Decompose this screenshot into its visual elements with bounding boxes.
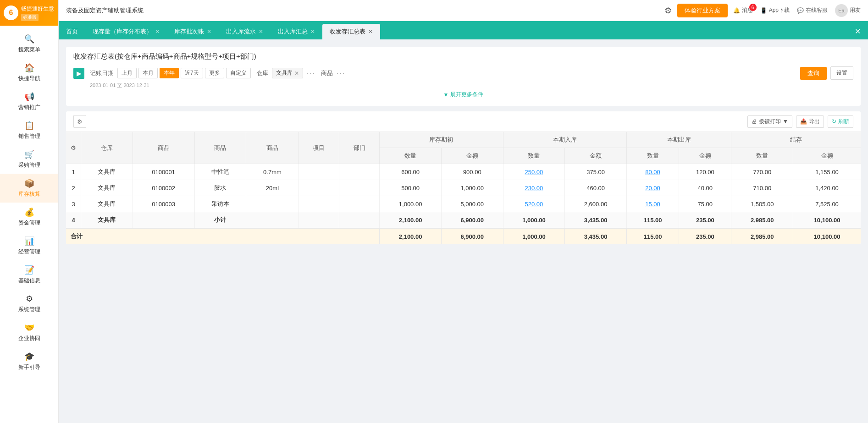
table-cell: 0.7mm (246, 164, 299, 180)
table-cell (299, 196, 339, 212)
tabbar-close-btn[interactable]: ✕ (847, 23, 868, 39)
table-row: 1文具库0100001中性笔0.7mm600.00900.00250.00375… (66, 164, 861, 180)
sidebar-item-purchase[interactable]: 🛒 采购管理 (0, 145, 58, 174)
table-cell: 710.00 (731, 180, 793, 196)
table-cell[interactable]: 230.00 (503, 180, 565, 196)
sidebar: 6 畅捷通好生意 标准版 🔍 搜索菜单🏠 快捷导航📢 营销推广📋 销售管理🛒 采… (0, 0, 59, 423)
col-spec-header: 商品 (246, 132, 299, 164)
col-out-qty-header: 数量 (626, 148, 679, 164)
col-in-qty-header: 数量 (503, 148, 565, 164)
tab-inout-summary[interactable]: 出入库汇总 ✕ (271, 24, 322, 39)
refresh-button[interactable]: ↻ 刷新 (828, 115, 853, 128)
sidebar-item-newbie[interactable]: 🎓 新手引导 (0, 347, 58, 376)
tab-close-icon[interactable]: ✕ (207, 28, 211, 35)
table-cell: 4 (66, 212, 81, 229)
tab-inout-flow[interactable]: 出入库流水 ✕ (219, 24, 271, 39)
table-cell[interactable]: 520.00 (503, 196, 565, 212)
table-cell[interactable]: 20.00 (626, 180, 679, 196)
inventory-icon: 📦 (24, 178, 34, 188)
col-in-amt-header: 金额 (565, 148, 627, 164)
expand-more-button[interactable]: ▼ 展开更多条件 (443, 91, 484, 99)
logo-badge: 标准版 (21, 14, 39, 21)
table-cell: 0100003 (133, 196, 194, 212)
goods-label: 商品 (321, 69, 333, 77)
avatar: Ea (835, 4, 848, 17)
tab-close-icon[interactable]: ✕ (155, 28, 160, 35)
filter-expand-button[interactable]: ▶ (73, 68, 84, 79)
date-range-display: 2023-01-01 至 2023-12-31 (90, 82, 853, 89)
app-download-btn[interactable]: 📱 App下载 (760, 6, 790, 14)
user-menu[interactable]: Ea 用友 (835, 4, 861, 17)
tabbar: 首页现存量（库存分布表） ✕库存批次账 ✕出入库流水 ✕出入库汇总 ✕收发存汇总… (59, 21, 868, 39)
date-btn-更多[interactable]: 更多 (205, 68, 224, 78)
col-in-header: 本期入库 (503, 132, 626, 148)
sidebar-item-inventory[interactable]: 📦 库存核算 (0, 174, 58, 203)
sidebar-item-label: 库存核算 (18, 190, 40, 198)
table-cell: 770.00 (731, 164, 793, 180)
date-btn-本月[interactable]: 本月 (138, 68, 158, 78)
col-name-header: 商品 (194, 132, 246, 164)
table-cell: 115.00 (626, 212, 679, 229)
settings-icon[interactable]: ⚙ (664, 5, 672, 16)
sidebar-item-operations[interactable]: 📊 经营管理 (0, 231, 58, 260)
newbie-icon: 🎓 (24, 352, 34, 362)
sidebar-item-finance[interactable]: 💰 资金管理 (0, 203, 58, 231)
sidebar-logo: 6 畅捷通好生意 标准版 (0, 0, 58, 26)
notifications-btn[interactable]: 🔔 消息 6 (733, 6, 753, 14)
tab-close-icon[interactable]: ✕ (368, 28, 373, 35)
date-filter-section: 记账日期 上月本月本年近7天更多自定义 (90, 68, 251, 78)
tab-inventory-dist[interactable]: 现存量（库存分布表） ✕ (85, 24, 167, 39)
warehouse-tag-close[interactable]: ✕ (294, 70, 299, 77)
date-label: 记账日期 (90, 69, 114, 77)
col-code-header: 商品 (133, 132, 194, 164)
table-row: 2文具库0100002胶水20ml500.001,000.00230.00460… (66, 180, 861, 196)
export-button[interactable]: 📤 导出 (796, 115, 824, 128)
query-button[interactable]: 查询 (800, 67, 827, 80)
sidebar-item-quick-nav[interactable]: 🏠 快捷导航 (0, 58, 58, 87)
tab-close-icon[interactable]: ✕ (259, 28, 263, 35)
date-btn-本年[interactable]: 本年 (160, 68, 179, 78)
table-cell: 2 (66, 180, 81, 196)
tab-recv-send-summary[interactable]: 收发存汇总表 ✕ (322, 24, 380, 39)
marketing-icon: 📢 (24, 92, 34, 102)
sidebar-item-label: 搜索菜单 (18, 46, 40, 54)
date-btn-近7天[interactable]: 近7天 (181, 68, 203, 78)
date-btn-上月[interactable]: 上月 (117, 68, 137, 78)
table-cell[interactable]: 250.00 (503, 164, 565, 180)
date-btn-自定义[interactable]: 自定义 (226, 68, 251, 78)
system-icon: ⚙ (26, 294, 33, 304)
sidebar-item-sales[interactable]: 📋 销售管理 (0, 116, 58, 145)
col-end-amt-header: 金额 (793, 148, 861, 164)
sidebar-item-basic-info[interactable]: 📝 基础信息 (0, 260, 58, 289)
table-cell: 2,600.00 (565, 196, 627, 212)
col-project-header: 项目 (299, 132, 339, 164)
tab-batch[interactable]: 库存批次账 ✕ (167, 24, 219, 39)
sidebar-item-label: 快捷导航 (18, 75, 40, 82)
tab-home[interactable]: 首页 (59, 24, 85, 39)
sidebar-item-system[interactable]: ⚙ 系统管理 (0, 289, 58, 318)
basic-info-icon: 📝 (24, 265, 34, 275)
table-cell[interactable]: 80.00 (626, 164, 679, 180)
print-button[interactable]: 🖨 拨镖打印 ▼ (747, 115, 792, 128)
tab-label: 出入库汇总 (278, 27, 308, 36)
warehouse-filter: 仓库 文具库 ✕ ··· (256, 68, 315, 78)
sidebar-item-label: 采购管理 (18, 161, 40, 169)
trial-button[interactable]: 体验行业方案 (677, 4, 728, 17)
tab-close-icon[interactable]: ✕ (310, 28, 315, 35)
tab-label: 库存批次账 (174, 27, 204, 36)
sidebar-item-search[interactable]: 🔍 搜索菜单 (0, 29, 58, 58)
warehouse-tag: 文具库 ✕ (272, 68, 303, 78)
col-init-qty-header: 数量 (380, 148, 442, 164)
online-service-btn[interactable]: 💬 在线客服 (797, 6, 828, 14)
goods-more-btn[interactable]: ··· (337, 69, 345, 77)
filter-settings-button[interactable]: 设置 (830, 66, 853, 80)
enterprise-icon: 🤝 (24, 323, 34, 333)
refresh-icon: ↻ (832, 118, 836, 125)
sidebar-item-enterprise[interactable]: 🤝 企业协同 (0, 318, 58, 347)
table-cell[interactable]: 15.00 (626, 196, 679, 212)
warehouse-more-btn[interactable]: ··· (307, 69, 315, 77)
sidebar-item-marketing[interactable]: 📢 营销推广 (0, 87, 58, 116)
table-cell: 中性笔 (194, 164, 246, 180)
table-settings-icon[interactable]: ⚙ (73, 115, 86, 128)
table-cell: 文具库 (81, 164, 133, 180)
